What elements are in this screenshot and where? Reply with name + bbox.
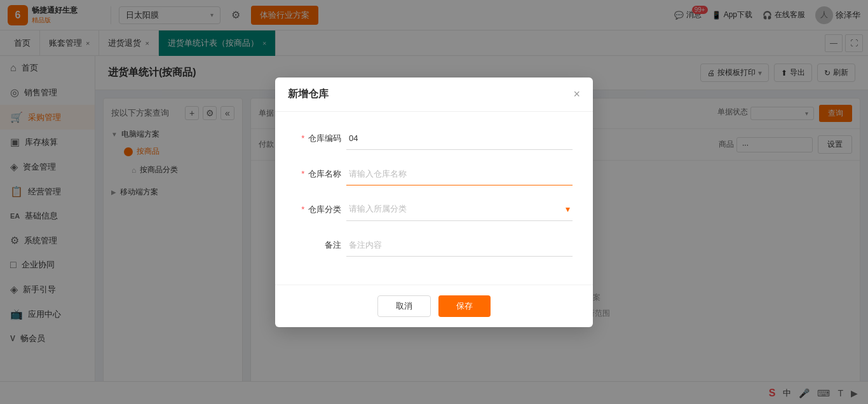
cancel-button[interactable]: 取消 bbox=[377, 295, 431, 317]
form-row-category: * 仓库分类 请输入所属分类 ▾ bbox=[295, 198, 573, 221]
remark-label: 备注 bbox=[295, 239, 346, 251]
code-required: * bbox=[301, 133, 304, 143]
form-row-remark: 备注 bbox=[295, 234, 573, 257]
modal-body: * 仓库编码 * 仓库名称 * 仓库分类 请输入 bbox=[275, 112, 593, 285]
modal-footer: 取消 保存 bbox=[275, 285, 593, 327]
modal-overlay: 新增仓库 × * 仓库编码 * 仓库名称 bbox=[0, 0, 868, 404]
modal-header: 新增仓库 × bbox=[275, 77, 593, 112]
name-required: * bbox=[301, 169, 304, 178]
name-label: * 仓库名称 bbox=[295, 168, 346, 180]
form-row-code: * 仓库编码 bbox=[295, 127, 573, 150]
modal-close-button[interactable]: × bbox=[573, 88, 580, 100]
modal-title: 新增仓库 bbox=[288, 88, 329, 101]
form-row-name: * 仓库名称 bbox=[295, 163, 573, 185]
name-input[interactable] bbox=[346, 163, 573, 185]
code-label: * 仓库编码 bbox=[295, 133, 346, 144]
category-label: * 仓库分类 bbox=[295, 204, 346, 215]
category-required: * bbox=[301, 205, 304, 214]
modal-new-warehouse: 新增仓库 × * 仓库编码 * 仓库名称 bbox=[275, 77, 593, 327]
save-button[interactable]: 保存 bbox=[438, 295, 491, 317]
category-select[interactable]: 请输入所属分类 ▾ bbox=[346, 198, 573, 221]
code-input[interactable] bbox=[346, 127, 573, 150]
category-placeholder: 请输入所属分类 bbox=[349, 203, 407, 215]
category-arrow-icon: ▾ bbox=[566, 204, 570, 214]
remark-input[interactable] bbox=[346, 234, 573, 257]
